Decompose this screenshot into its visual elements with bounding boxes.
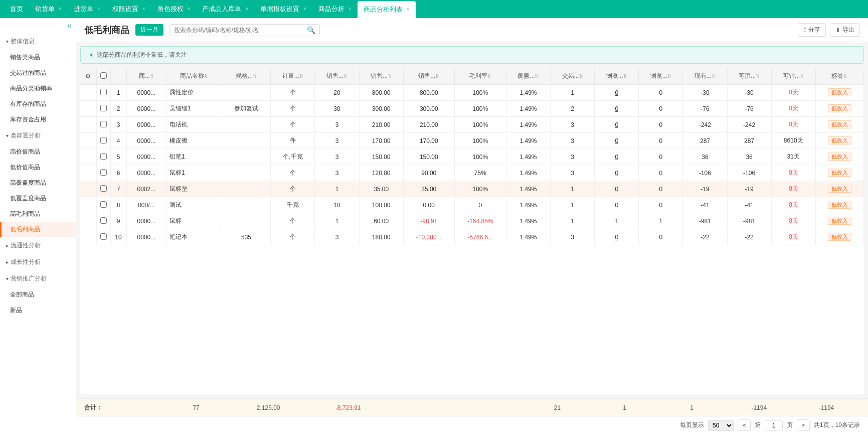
browse1-link[interactable]: 0 xyxy=(615,89,618,96)
col-gross-margin[interactable]: 毛利率⇅ xyxy=(454,68,506,85)
col-sellable[interactable]: 可销...⇅ xyxy=(771,68,815,85)
row-checkbox[interactable] xyxy=(100,169,107,176)
browse1-link[interactable]: 0 xyxy=(615,154,618,161)
sidebar-item-stock-goods[interactable]: 有库存的商品 xyxy=(0,96,76,112)
page-number-input[interactable] xyxy=(765,420,783,430)
nav-goods-analysis-list[interactable]: 商品分析列表 × xyxy=(358,1,416,18)
sidebar-group-overall[interactable]: ▾ 整体信息 xyxy=(0,33,76,50)
col-tag[interactable]: 标签⇅ xyxy=(815,68,863,85)
close-icon[interactable]: × xyxy=(407,1,410,18)
sidebar-item-low-coverage[interactable]: 低覆盖度商品 xyxy=(0,191,76,206)
per-page-select[interactable]: 50 20 100 xyxy=(708,420,734,431)
prev-page-button[interactable]: ＜ xyxy=(738,419,751,431)
row-checkbox[interactable] xyxy=(100,201,107,208)
col-name[interactable]: 商品名称⇅ xyxy=(166,68,222,85)
row-checkbox[interactable] xyxy=(100,137,107,143)
close-icon[interactable]: × xyxy=(245,0,248,18)
cell-browse1[interactable]: 0 xyxy=(595,101,639,117)
cell-check[interactable] xyxy=(96,181,110,197)
row-checkbox[interactable] xyxy=(100,89,107,95)
cell-browse1[interactable]: 0 xyxy=(595,133,639,149)
col-sales-profit[interactable]: 销售...⇅ xyxy=(403,68,454,85)
col-sales-price[interactable]: 销售...⇅ xyxy=(359,68,403,85)
cell-check[interactable] xyxy=(96,213,110,229)
cell-check[interactable] xyxy=(96,229,110,245)
cell-browse1[interactable]: 0 xyxy=(595,229,639,245)
col-gear[interactable]: ⚙ xyxy=(80,68,96,85)
sidebar-item-category-rate[interactable]: 商品分类助销率 xyxy=(0,81,76,96)
row-checkbox[interactable] xyxy=(100,153,107,160)
col-transaction[interactable]: 交易...⇅ xyxy=(551,68,595,85)
row-checkbox[interactable] xyxy=(100,121,107,127)
cell-browse1[interactable]: 0 xyxy=(595,117,639,133)
sidebar-item-low-value[interactable]: 低价值商品 xyxy=(0,160,76,175)
col-sales-count[interactable]: 销售...⇅ xyxy=(315,68,359,85)
time-filter-button[interactable]: 近一月 xyxy=(135,24,163,36)
row-checkbox[interactable] xyxy=(100,185,107,192)
sidebar-item-high-coverage[interactable]: 高覆盖度商品 xyxy=(0,175,76,191)
search-input[interactable] xyxy=(174,27,307,34)
cell-browse1[interactable]: 0 xyxy=(595,181,639,197)
sidebar-group-growth[interactable]: ▸ 成长性分析 xyxy=(0,254,76,270)
row-checkbox[interactable] xyxy=(100,217,107,224)
browse1-link[interactable]: 0 xyxy=(615,234,618,241)
gear-settings-icon[interactable]: ⚙ xyxy=(85,73,91,80)
sidebar-item-new-goods[interactable]: 新品 xyxy=(0,303,76,318)
sidebar-item-stock-capital[interactable]: 库存资金占用 xyxy=(0,112,76,127)
sidebar-collapse-btn[interactable]: « xyxy=(0,18,76,33)
browse1-link[interactable]: 0 xyxy=(615,105,618,112)
sidebar-group-liquidity[interactable]: ▸ 流通性分析 xyxy=(0,237,76,254)
search-icon[interactable]: 🔍 xyxy=(307,26,315,34)
close-icon[interactable]: × xyxy=(97,0,100,18)
cell-check[interactable] xyxy=(96,149,110,165)
col-unit[interactable]: 计量...⇅ xyxy=(271,68,315,85)
browse1-link[interactable]: 0 xyxy=(615,202,618,209)
col-check[interactable] xyxy=(96,68,110,85)
cell-browse1[interactable]: 1 xyxy=(595,213,639,229)
sidebar-item-sales-goods[interactable]: 销售类商品 xyxy=(0,50,76,65)
nav-role-auth[interactable]: 角色授权 × xyxy=(151,0,197,18)
nav-permissions[interactable]: 权限设置 × xyxy=(106,0,151,18)
col-code[interactable]: 商...⇅ xyxy=(126,68,166,85)
sidebar-item-high-margin[interactable]: 高毛利商品 xyxy=(0,206,76,222)
cell-browse1[interactable]: 0 xyxy=(595,197,639,213)
export-button[interactable]: ⬇ 导出 xyxy=(830,23,860,37)
browse1-link[interactable]: 0 xyxy=(615,186,618,193)
cell-browse1[interactable]: 0 xyxy=(595,149,639,165)
nav-template-settings[interactable]: 单据模板设置 × xyxy=(254,0,312,18)
browse1-link[interactable]: 1 xyxy=(615,218,618,225)
close-icon[interactable]: × xyxy=(303,0,306,18)
cell-browse1[interactable]: 0 xyxy=(595,165,639,181)
close-icon[interactable]: × xyxy=(349,0,352,18)
cell-check[interactable] xyxy=(96,101,110,117)
next-page-button[interactable]: ＞ xyxy=(797,419,810,431)
nav-sales-order[interactable]: 销货单 × xyxy=(29,0,68,18)
sidebar-group-marketing[interactable]: ▾ 营销推广分析 xyxy=(0,270,76,287)
sidebar-group-cluster[interactable]: ▾ 类群置分析 xyxy=(0,127,76,144)
sidebar-item-traded-goods[interactable]: 交易过的商品 xyxy=(0,65,76,81)
cell-check[interactable] xyxy=(96,165,110,181)
row-checkbox[interactable] xyxy=(100,105,107,111)
share-button[interactable]: ⤴ 分享 xyxy=(798,23,826,37)
nav-goods-analysis[interactable]: 商品分析 × xyxy=(312,0,358,18)
row-checkbox[interactable] xyxy=(100,233,107,240)
sidebar-item-all-goods[interactable]: 全部商品 xyxy=(0,287,76,303)
browse1-link[interactable]: 0 xyxy=(615,137,618,144)
select-all-checkbox[interactable] xyxy=(100,72,107,79)
nav-purchase-order[interactable]: 进货单 × xyxy=(68,0,106,18)
sidebar-item-low-margin[interactable]: 低毛利商品 xyxy=(0,222,76,237)
cell-check[interactable] xyxy=(96,133,110,149)
close-icon[interactable]: × xyxy=(142,0,145,18)
cell-browse1[interactable]: 0 xyxy=(595,85,639,101)
col-browse2[interactable]: 浏览...⇅ xyxy=(639,68,683,85)
nav-finished-goods[interactable]: 产成品入库单 × xyxy=(196,0,254,18)
close-icon[interactable]: × xyxy=(188,0,191,18)
cell-check[interactable] xyxy=(96,85,110,101)
col-coverage[interactable]: 覆盖...⇅ xyxy=(506,68,550,85)
close-icon[interactable]: × xyxy=(59,0,62,18)
cell-check[interactable] xyxy=(96,197,110,213)
col-browse1[interactable]: 浏览...⇅ xyxy=(595,68,639,85)
cell-check[interactable] xyxy=(96,117,110,133)
col-available[interactable]: 可用...⇅ xyxy=(727,68,771,85)
nav-home[interactable]: 首页 xyxy=(4,0,29,18)
